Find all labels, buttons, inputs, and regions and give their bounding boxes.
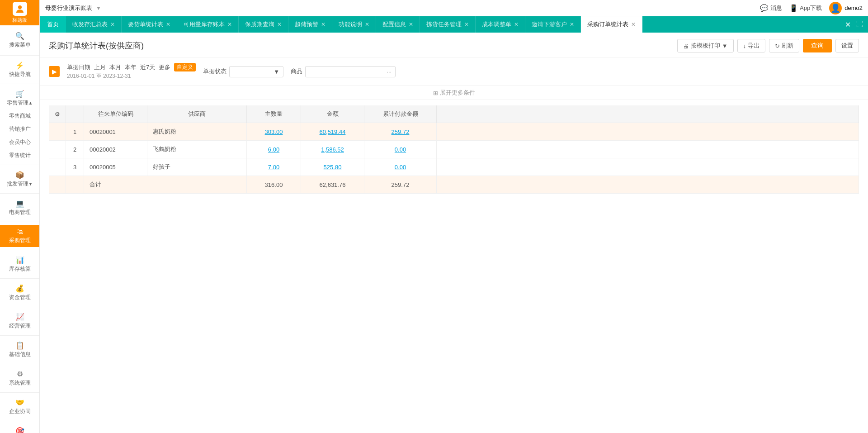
refresh-button[interactable]: ↻ 刷新 <box>769 39 799 52</box>
tab-purchase-stats[interactable]: 采购订单统计表 ✕ <box>581 16 642 33</box>
operation-button[interactable]: 📈 经营管理 <box>0 310 39 333</box>
user-avatar: 👤 <box>829 2 842 14</box>
enterprise-collab-button[interactable]: 🤝 企业协同 <box>0 395 39 418</box>
row-amount-1[interactable]: 60,519.44 <box>301 123 364 141</box>
retail-store-button[interactable]: 零售商城 <box>0 109 39 123</box>
row-paid-1[interactable]: 259.72 <box>364 123 437 141</box>
search-menu-button[interactable]: 🔍 搜索菜单 <box>3 29 37 52</box>
status-filter-field: 单据状态 ▼ <box>203 66 283 77</box>
date-more[interactable]: 更多 <box>159 63 170 71</box>
tab-close-icon[interactable]: ✕ <box>277 21 282 28</box>
wholesale-button[interactable]: 📦 批发管理 ▼ <box>0 168 39 190</box>
date-custom-badge[interactable]: 自定义 <box>174 63 196 71</box>
user-profile-button[interactable]: 👤 demo2 <box>829 2 863 14</box>
topbar-left: 母婴行业演示账表 ▼ <box>45 4 101 12</box>
print-label: 按模板打印 <box>691 42 720 50</box>
footer-label-cell: 合计 <box>84 176 247 194</box>
tab-close-icon[interactable]: ✕ <box>631 21 636 28</box>
filter-area: ▶ 单据日期 上月 本月 本年 近7天 更多 自定义 <box>40 57 868 86</box>
page-inner: 采购订单统计表(按供应商) 🖨 按模板打印 ▼ ↓ 导出 ↻ 刷新 <box>40 33 868 433</box>
member-center-button[interactable]: 会员中心 <box>0 136 39 149</box>
setting-button[interactable]: 设置 <box>835 39 859 52</box>
tab-close-icon[interactable]: ✕ <box>464 21 469 28</box>
row-qty-2[interactable]: 6.00 <box>247 141 301 158</box>
tab-pick-task[interactable]: 拣货任务管理 ✕ <box>420 16 476 33</box>
tab-close-icon[interactable]: ✕ <box>110 21 115 28</box>
tab-available-stock-label: 可用量库存账本 <box>184 20 225 29</box>
row-paid-2[interactable]: 0.00 <box>364 141 437 158</box>
goods-input[interactable]: ··· <box>305 66 396 77</box>
column-header-settings[interactable]: ⚙ <box>49 105 66 123</box>
tab-maximize-button[interactable]: ⛶ <box>855 19 864 29</box>
tab-home-label: 首页 <box>47 20 59 29</box>
tab-invite-downstream-label: 邀请下游客户 <box>532 20 567 29</box>
company-dropdown-icon[interactable]: ▼ <box>96 5 101 11</box>
tab-close-all-button[interactable]: ✕ <box>844 19 852 30</box>
tab-expiry-query[interactable]: 保质期查询 ✕ <box>239 16 288 33</box>
tab-invite-downstream[interactable]: 邀请下游客户 ✕ <box>525 16 581 33</box>
tab-pick-task-label: 拣货任务管理 <box>426 20 462 29</box>
tab-close-icon[interactable]: ✕ <box>570 21 574 28</box>
inventory-button[interactable]: 📊 库存核算 <box>0 253 39 276</box>
row-supplier-1: 惠氏奶粉 <box>147 123 247 141</box>
date-this-year[interactable]: 本年 <box>125 63 137 71</box>
status-select[interactable]: ▼ <box>229 66 283 77</box>
row-amount-3[interactable]: 525.80 <box>301 158 364 176</box>
app-download-button[interactable]: 📱 App下载 <box>789 4 822 12</box>
tab-function-desc[interactable]: 功能说明 ✕ <box>332 16 376 33</box>
retail-stats-button[interactable]: 零售统计 <box>0 149 39 162</box>
tab-close-icon[interactable]: ✕ <box>514 21 519 28</box>
tab-close-icon[interactable]: ✕ <box>365 21 369 28</box>
message-button[interactable]: 💬 消息 <box>760 4 782 12</box>
row-code-2: 00020002 <box>84 141 147 158</box>
row-settings-cell <box>49 123 66 141</box>
tab-close-icon[interactable]: ✕ <box>227 21 232 28</box>
filter-toggle-button[interactable]: ▶ <box>49 66 60 77</box>
quick-nav-button[interactable]: ⚡ 快捷导航 <box>0 58 39 81</box>
tab-config-info[interactable]: 配置信息 ✕ <box>376 16 420 33</box>
purchase-mgmt-button[interactable]: 🛍 采购管理 <box>0 225 39 247</box>
tab-order-stats[interactable]: 要货单统计表 ✕ <box>122 16 177 33</box>
query-button[interactable]: 查询 <box>803 39 832 52</box>
table-footer-row: 合计 316.00 62,631.76 259.72 <box>49 176 859 194</box>
page-content: 采购订单统计表(按供应商) 🖨 按模板打印 ▼ ↓ 导出 ↻ 刷新 <box>40 33 868 433</box>
message-label: 消息 <box>770 4 782 12</box>
row-qty-1[interactable]: 303.00 <box>247 123 301 141</box>
tab-cost-adjust[interactable]: 成本调整单 ✕ <box>476 16 525 33</box>
operation-label: 经营管理 <box>9 322 31 330</box>
finance-button[interactable]: 💰 资金管理 <box>0 281 39 304</box>
tab-expiry-query-label: 保质期查询 <box>245 20 274 29</box>
marketing-button[interactable]: 营销推广 <box>0 123 39 136</box>
tab-close-icon[interactable]: ✕ <box>166 21 170 28</box>
sidebar-inventory-section: 📊 库存核算 <box>0 250 39 279</box>
date-last-7days[interactable]: 近7天 <box>140 63 155 71</box>
basic-info-button[interactable]: 📋 基础信息 <box>0 338 39 361</box>
ecommerce-button[interactable]: 💻 电商管理 <box>0 196 39 219</box>
retail-store-label: 零售商城 <box>9 112 31 120</box>
tab-overstock-warning[interactable]: 超储预警 ✕ <box>288 16 332 33</box>
row-paid-3[interactable]: 0.00 <box>364 158 437 176</box>
tab-home[interactable]: 首页 <box>40 16 66 33</box>
row-extra-2 <box>437 141 859 158</box>
money-icon: 💰 <box>15 284 24 293</box>
tab-close-icon[interactable]: ✕ <box>321 21 326 28</box>
goods-filter-field: 商品 ··· <box>291 66 396 77</box>
tab-receive-summary[interactable]: 收发存汇总表 ✕ <box>66 16 122 33</box>
export-button[interactable]: ↓ 导出 <box>737 39 766 52</box>
date-last-month[interactable]: 上月 <box>94 63 106 71</box>
tab-close-icon[interactable]: ✕ <box>409 21 413 28</box>
lightning-icon: ⚡ <box>15 61 24 70</box>
tab-available-stock[interactable]: 可用量库存账本 ✕ <box>177 16 239 33</box>
basic-info-label: 基础信息 <box>9 351 31 358</box>
column-header-index <box>66 105 84 123</box>
system-mgmt-button[interactable]: ⚙ 系统管理 <box>0 367 39 390</box>
clipboard-icon: 📋 <box>15 341 24 350</box>
expand-more-button[interactable]: ⊞ 展开更多条件 <box>433 89 475 97</box>
print-button[interactable]: 🖨 按模板打印 ▼ <box>677 39 734 52</box>
retail-mgmt-button[interactable]: 🛒 零售管理 ▲ <box>0 87 39 109</box>
row-amount-2[interactable]: 1,586.52 <box>301 141 364 158</box>
sidebar-system-section: ⚙ 系统管理 <box>0 364 39 393</box>
row-qty-3[interactable]: 7.00 <box>247 158 301 176</box>
date-this-month[interactable]: 本月 <box>109 63 121 71</box>
guide-button[interactable]: 🎯 新手引导 <box>0 424 39 433</box>
